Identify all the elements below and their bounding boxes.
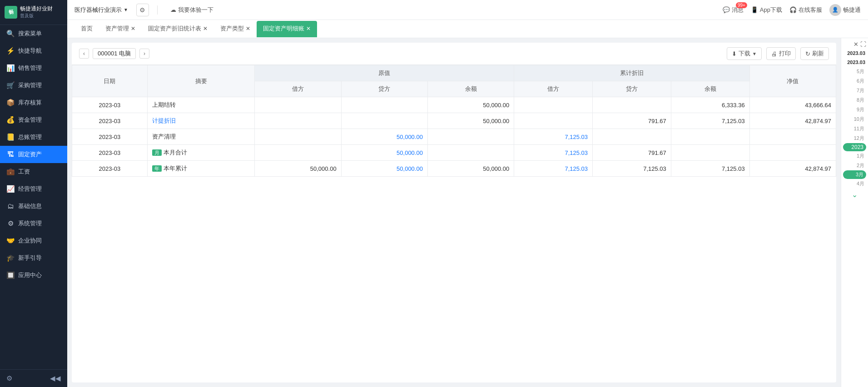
service-button[interactable]: 🎧 在线客服: [789, 6, 822, 14]
prev-asset-button[interactable]: ‹: [79, 49, 89, 59]
timeline-month[interactable]: 9月: [843, 105, 866, 114]
topbar: 医疗器械行业演示 ▼ ⚙ ☁ 我要体验一下 💬 消息 99+ 📱 App下载 🎧…: [67, 0, 868, 20]
table-row: 2023-03月本月合计50,000.007,125.03791.67: [72, 145, 836, 161]
sidebar: 畅 畅捷通好业财 普及版 🔍 搜索菜单 ⚡ 快捷导航 📊 销售管理 🛒 采购管理…: [0, 0, 67, 387]
download-button[interactable]: ⬇ 下载 ▼: [727, 47, 762, 60]
timeline-month[interactable]: 7月: [843, 86, 866, 95]
next-asset-button[interactable]: ›: [139, 49, 149, 59]
tab-depreciation-stat[interactable]: 固定资产折旧统计表 ✕: [142, 21, 214, 37]
asset-code-display: 000001 电脑: [93, 48, 136, 59]
timeline-close-button[interactable]: ✕: [853, 41, 858, 48]
tab-asset-mgmt-label: 资产管理: [105, 25, 129, 33]
sidebar-item-collab[interactable]: 🤝 企业协同: [0, 232, 67, 249]
experience-button[interactable]: ☁ 我要体验一下: [166, 4, 218, 16]
timeline-month[interactable]: 6月: [843, 76, 866, 86]
sidebar-item-ops[interactable]: 📈 经营管理: [0, 180, 67, 198]
timeline-month-active[interactable]: 3月: [843, 170, 866, 179]
print-button[interactable]: 🖨 打印: [766, 47, 796, 60]
user-button[interactable]: 👤 畅捷通: [829, 4, 861, 16]
settings-bottom-icon[interactable]: ⚙: [6, 374, 12, 382]
print-icon: 🖨: [771, 50, 777, 57]
sidebar-item-inventory[interactable]: 📦 库存核算: [0, 94, 67, 111]
timeline-month[interactable]: 12月: [843, 134, 866, 143]
money-icon: 💰: [6, 116, 15, 124]
sidebar-item-basic[interactable]: 🗂 基础信息: [0, 198, 67, 215]
company-selector[interactable]: 医疗器械行业演示 ▼: [74, 6, 128, 14]
tab-depreciation-stat-close[interactable]: ✕: [203, 26, 208, 31]
message-icon: 💬: [723, 6, 730, 13]
tab-asset-mgmt[interactable]: 资产管理 ✕: [99, 21, 142, 37]
panel-toolbar: ‹ 000001 电脑 › ⬇ 下载 ▼ 🖨 打印 ↻ 刷新: [72, 43, 836, 65]
col-ov-debit: 借方: [255, 81, 341, 97]
sidebar-item-label: 应用中心: [18, 271, 42, 279]
sidebar-item-fixed-assets[interactable]: 🏗 固定资产: [0, 146, 67, 163]
tab-home[interactable]: 首页: [74, 21, 99, 37]
timeline-expand-button[interactable]: ⛶: [860, 41, 866, 48]
folder-icon: 🗂: [6, 202, 15, 210]
col-ad-balance: 余额: [671, 81, 749, 97]
service-label: 在线客服: [799, 6, 822, 14]
sidebar-item-guide[interactable]: 🎓 新手引导: [0, 249, 67, 267]
sidebar-item-quicknav[interactable]: ⚡ 快捷导航: [0, 42, 67, 60]
sidebar-item-label: 快捷导航: [18, 47, 42, 55]
sidebar-item-sales[interactable]: 📊 销售管理: [0, 60, 67, 77]
refresh-button[interactable]: ↻ 刷新: [800, 47, 829, 60]
dropdown-icon: ▼: [752, 51, 757, 56]
tab-asset-type-close[interactable]: ✕: [246, 26, 250, 31]
sidebar-item-label: 销售管理: [18, 64, 42, 72]
timeline-month[interactable]: 1月: [843, 151, 866, 161]
refresh-icon: ↻: [805, 50, 810, 57]
sidebar-item-label: 采购管理: [18, 81, 42, 89]
topbar-right: 💬 消息 99+ 📱 App下载 🎧 在线客服 👤 畅捷通: [723, 4, 861, 16]
tab-asset-type[interactable]: 资产类型 ✕: [214, 21, 257, 37]
ops-icon: 📈: [6, 185, 15, 193]
download-icon: ⬇: [732, 50, 737, 57]
timeline-scroll-down[interactable]: ⌄: [843, 189, 866, 201]
sidebar-item-capital[interactable]: 💰 资金管理: [0, 111, 67, 129]
col-date: 日期: [72, 65, 148, 97]
sidebar-item-label: 资金管理: [18, 116, 42, 124]
sidebar-item-label: 系统管理: [18, 219, 42, 228]
col-ad-credit: 贷方: [593, 81, 671, 97]
timeline-month[interactable]: 5月: [843, 67, 866, 76]
cloud-icon: ☁: [170, 6, 176, 13]
timeline-month[interactable]: 8月: [843, 95, 866, 105]
refresh-label: 刷新: [812, 50, 824, 58]
flash-icon: ⚡: [6, 47, 15, 55]
tab-asset-detail-close[interactable]: ✕: [306, 26, 311, 31]
sidebar-item-purchase[interactable]: 🛒 采购管理: [0, 77, 67, 94]
headset-icon: 🎧: [789, 6, 797, 13]
tab-home-label: 首页: [81, 25, 93, 33]
tab-asset-detail[interactable]: 固定资产明细账 ✕: [257, 21, 317, 37]
topbar-divider: [157, 5, 158, 15]
building-icon: 🏗: [6, 150, 15, 158]
timeline-month[interactable]: 11月: [843, 124, 866, 134]
logo-icon: 畅: [5, 6, 17, 19]
sidebar-item-label: 固定资产: [18, 150, 42, 159]
settings-button[interactable]: ⚙: [136, 4, 149, 16]
chart-icon: 📊: [6, 64, 15, 72]
col-net-value: 净值: [749, 65, 836, 97]
timeline-month[interactable]: 2月: [843, 161, 866, 170]
sidebar-item-apps[interactable]: 🔲 应用中心: [0, 267, 67, 284]
sidebar-item-salary[interactable]: 💼 工资: [0, 163, 67, 180]
download-button[interactable]: 📱 App下载: [751, 6, 782, 14]
data-table: 日期 摘要 原值 累计折旧 净值 借方 贷方 余额 借方 贷方 余额: [72, 65, 836, 177]
gear-icon: ⚙: [6, 219, 15, 228]
table-row: 2023-03资产清理50,000.007,125.03: [72, 129, 836, 145]
sidebar-item-ledger[interactable]: 📒 总账管理: [0, 129, 67, 146]
message-button[interactable]: 💬 消息 99+: [723, 6, 744, 14]
collapse-icon[interactable]: ◀◀: [50, 374, 61, 382]
timeline-year-badge[interactable]: 2023: [843, 143, 866, 151]
timeline-month[interactable]: 10月: [843, 114, 866, 124]
handshake-icon: 🤝: [6, 237, 15, 245]
timeline-month[interactable]: 4月: [843, 179, 866, 189]
sidebar-item-system[interactable]: ⚙ 系统管理: [0, 215, 67, 232]
tab-asset-mgmt-close[interactable]: ✕: [131, 26, 135, 31]
dropdown-arrow-icon: ▼: [124, 7, 128, 12]
col-ov-balance: 余额: [427, 81, 514, 97]
print-label: 打印: [779, 50, 791, 58]
table-row: 2023-03上期结转50,000.006,333.3643,666.64: [72, 97, 836, 113]
timeline-header: ✕ ⛶: [841, 38, 868, 49]
sidebar-item-search[interactable]: 🔍 搜索菜单: [0, 25, 67, 42]
